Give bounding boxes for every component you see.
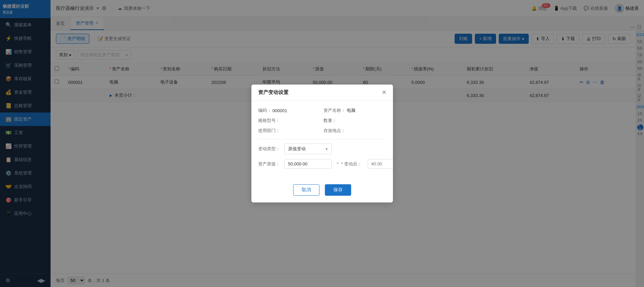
original-value-input[interactable] (284, 159, 332, 169)
modal-overlay: 资产变动设置 ✕ 编码： 000001 资产名称： 电脑 规格型号： 数量： (0, 0, 644, 287)
original-value-row: 资产原值： * * 变动后： (258, 159, 386, 169)
dialog-asset-name-field: 资产名称： 电脑 (324, 107, 386, 114)
dialog-department-label: 使用部门： (258, 128, 280, 134)
dialog-code-field: 编码： 000001 (258, 107, 321, 114)
after-change-input[interactable] (368, 159, 393, 169)
dialog-title: 资产变动设置 (258, 89, 288, 96)
dialog-quantity-field: 数量： (324, 118, 386, 124)
change-type-label: 变动类型： (258, 146, 282, 152)
dialog-code-value: 000001 (273, 108, 287, 113)
dialog-header: 资产变动设置 ✕ (251, 85, 393, 101)
cancel-button[interactable]: 取消 (293, 184, 319, 196)
save-label: 保存 (333, 187, 343, 192)
dialog-location-label: 存放地点： (324, 128, 345, 134)
change-type-select[interactable]: 原值变动 ▾ (284, 144, 332, 154)
required-marker: * (337, 161, 339, 166)
after-change-label: * 变动后： (341, 161, 365, 167)
dialog-code-label: 编码： (258, 107, 271, 114)
dialog-spec-label: 规格型号： (258, 118, 280, 124)
dialog-asset-name-value: 电脑 (347, 107, 356, 114)
dialog-body: 编码： 000001 资产名称： 电脑 规格型号： 数量： 使用部门： (251, 101, 393, 180)
save-button[interactable]: 保存 (325, 184, 351, 196)
dialog-location-field: 存放地点： (324, 128, 386, 134)
change-type-value: 原值变动 (288, 146, 306, 152)
cancel-label: 取消 (302, 187, 311, 192)
dialog-close-icon[interactable]: ✕ (382, 89, 386, 96)
dialog-divider (258, 139, 386, 139)
dialog-quantity-label: 数量： (324, 118, 337, 124)
original-value-label: 资产原值： (258, 161, 282, 167)
dialog-spec-field: 规格型号： (258, 118, 321, 124)
dialog-asset-name-label: 资产名称： (324, 107, 345, 114)
dialog-footer: 取消 保存 (251, 180, 393, 202)
change-type-row: 变动类型： 原值变动 ▾ (258, 144, 386, 154)
dialog-info-grid: 编码： 000001 资产名称： 电脑 规格型号： 数量： 使用部门： (258, 107, 386, 134)
dialog-department-field: 使用部门： (258, 128, 321, 134)
change-type-arrow: ▾ (326, 147, 328, 152)
asset-change-dialog: 资产变动设置 ✕ 编码： 000001 资产名称： 电脑 规格型号： 数量： (251, 85, 393, 202)
